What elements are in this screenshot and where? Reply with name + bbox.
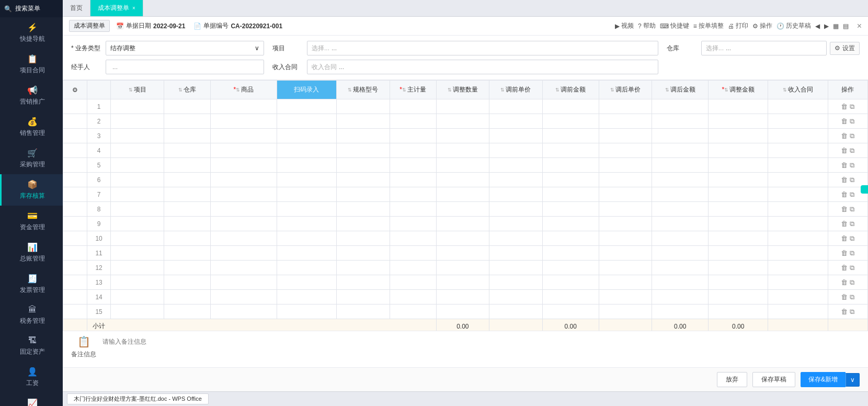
tab-close-icon[interactable]: × <box>132 5 135 11</box>
row-adjust-amount-cell[interactable] <box>709 187 768 202</box>
row-project-cell[interactable] <box>111 129 164 143</box>
row-warehouse-cell[interactable] <box>164 261 210 275</box>
row-before-amount-cell[interactable] <box>542 143 599 158</box>
row-before-price-cell[interactable] <box>489 143 543 158</box>
row-after-amount-cell[interactable] <box>652 114 709 129</box>
col-project-header[interactable]: ⇅项目 <box>111 81 164 99</box>
row-goods-cell[interactable] <box>210 187 277 202</box>
row-spec-cell[interactable] <box>337 129 390 143</box>
row-unit-cell[interactable] <box>390 114 436 129</box>
project-dots-btn[interactable]: ... <box>329 44 339 52</box>
row-before-amount-cell[interactable] <box>542 275 599 290</box>
row-adjust-amount-cell[interactable] <box>709 217 768 231</box>
row-adjust-amount-cell[interactable] <box>709 143 768 158</box>
row-delete-btn[interactable]: 🗑 <box>841 190 848 199</box>
row-before-amount-cell[interactable] <box>542 246 599 261</box>
project-input[interactable]: 选择... ... <box>307 41 658 55</box>
row-adjust-qty-cell[interactable] <box>436 202 489 217</box>
row-before-price-cell[interactable] <box>489 129 543 143</box>
nav-prev-btn[interactable]: ◀ <box>815 22 820 30</box>
sidebar-item-operation[interactable]: 📈 经营管理 <box>0 393 63 406</box>
row-adjust-amount-cell[interactable] <box>709 261 768 275</box>
row-delete-btn[interactable]: 🗑 <box>841 103 848 111</box>
row-copy-btn[interactable]: ⧉ <box>850 264 854 272</box>
sidebar-item-tax[interactable]: 🏛 税务管理 <box>0 300 63 331</box>
row-copy-btn[interactable]: ⧉ <box>850 161 854 170</box>
row-unit-cell[interactable] <box>390 261 436 275</box>
row-project-cell[interactable] <box>111 202 164 217</box>
row-before-amount-cell[interactable] <box>542 187 599 202</box>
row-income-contract-cell[interactable] <box>768 187 828 202</box>
taskbar-item[interactable]: 木门行业好业财处理方案-墨红红.doc - WPS Office <box>67 393 209 404</box>
row-warehouse-cell[interactable] <box>164 246 210 261</box>
row-before-price-cell[interactable] <box>489 158 543 173</box>
row-before-amount-cell[interactable] <box>542 231 599 246</box>
row-project-cell[interactable] <box>111 99 164 114</box>
row-copy-btn[interactable]: ⧉ <box>850 132 854 140</box>
row-income-contract-cell[interactable] <box>768 290 828 304</box>
income-contract-input[interactable]: 收入合同 ... <box>307 60 658 74</box>
sidebar-item-project-contract[interactable]: 📋 项目合同 <box>0 49 63 80</box>
row-after-price-cell[interactable] <box>599 129 652 143</box>
row-after-amount-cell[interactable] <box>652 129 709 143</box>
row-goods-cell[interactable] <box>210 304 277 319</box>
row-adjust-qty-cell[interactable] <box>436 187 489 202</box>
row-adjust-amount-cell[interactable] <box>709 231 768 246</box>
row-before-amount-cell[interactable] <box>542 173 599 187</box>
col-warehouse-header[interactable]: ⇅仓库 <box>164 81 210 99</box>
row-goods-cell[interactable] <box>210 275 277 290</box>
row-spec-cell[interactable] <box>337 231 390 246</box>
row-copy-btn[interactable]: ⧉ <box>850 293 854 301</box>
row-scan-cell[interactable] <box>277 261 336 275</box>
handler-input[interactable]: ... <box>106 60 264 74</box>
col-adjust-amount-header[interactable]: *⇅调整金额 <box>709 81 768 99</box>
row-adjust-amount-cell[interactable] <box>709 290 768 304</box>
row-scan-cell[interactable] <box>277 290 336 304</box>
row-unit-cell[interactable] <box>390 173 436 187</box>
shortcut-btn[interactable]: ⌨ 快捷键 <box>660 21 689 30</box>
row-income-contract-cell[interactable] <box>768 217 828 231</box>
row-income-contract-cell[interactable] <box>768 129 828 143</box>
row-unit-cell[interactable] <box>390 202 436 217</box>
row-before-price-cell[interactable] <box>489 246 543 261</box>
row-spec-cell[interactable] <box>337 202 390 217</box>
history-btn[interactable]: 🕐 历史草稿 <box>776 21 811 30</box>
row-before-price-cell[interactable] <box>489 217 543 231</box>
row-goods-cell[interactable] <box>210 217 277 231</box>
row-before-price-cell[interactable] <box>489 275 543 290</box>
row-income-contract-cell[interactable] <box>768 173 828 187</box>
row-adjust-amount-cell[interactable] <box>709 275 768 290</box>
row-delete-btn[interactable]: 🗑 <box>841 278 848 287</box>
row-goods-cell[interactable] <box>210 290 277 304</box>
col-after-amount-header[interactable]: ⇅调后金额 <box>652 81 709 99</box>
row-income-contract-cell[interactable] <box>768 114 828 129</box>
row-project-cell[interactable] <box>111 173 164 187</box>
row-delete-btn[interactable]: 🗑 <box>841 308 848 316</box>
row-delete-btn[interactable]: 🗑 <box>841 205 848 213</box>
row-spec-cell[interactable] <box>337 217 390 231</box>
row-after-price-cell[interactable] <box>599 246 652 261</box>
row-scan-cell[interactable] <box>277 217 336 231</box>
row-unit-cell[interactable] <box>390 143 436 158</box>
col-setting-header[interactable]: ⚙ <box>63 81 87 99</box>
table-container[interactable]: ⚙ ⇅项目 ⇅仓库 *⇅商品 <box>63 80 868 331</box>
row-scan-cell[interactable] <box>277 231 336 246</box>
row-before-amount-cell[interactable] <box>542 304 599 319</box>
row-after-amount-cell[interactable] <box>652 202 709 217</box>
row-before-amount-cell[interactable] <box>542 261 599 275</box>
row-project-cell[interactable] <box>111 261 164 275</box>
row-scan-cell[interactable] <box>277 202 336 217</box>
settings-btn[interactable]: ⚙ 设置 <box>830 42 860 55</box>
notes-input[interactable] <box>102 335 860 352</box>
row-adjust-amount-cell[interactable] <box>709 246 768 261</box>
row-income-contract-cell[interactable] <box>768 275 828 290</box>
row-after-amount-cell[interactable] <box>652 261 709 275</box>
row-before-amount-cell[interactable] <box>542 202 599 217</box>
row-warehouse-cell[interactable] <box>164 99 210 114</box>
business-type-input[interactable]: 结存调整 ∨ <box>106 41 264 55</box>
row-project-cell[interactable] <box>111 275 164 290</box>
warehouse-dots-btn[interactable]: ... <box>724 44 733 52</box>
income-contract-dots[interactable]: ... <box>337 63 346 71</box>
row-spec-cell[interactable] <box>337 275 390 290</box>
right-panel-handle[interactable] <box>861 185 868 194</box>
